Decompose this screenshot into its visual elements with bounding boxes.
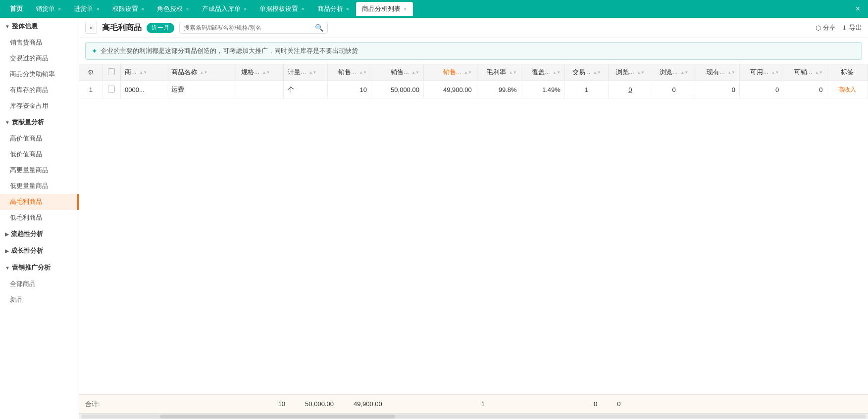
scroll-thumb[interactable] [160,415,396,419]
close-icon[interactable]: × [141,6,144,12]
content-area: « 高毛利商品 近一月 🔍 ⬡ 分享 ⬇ 导出 ✦ 企业的主要的利润都是这部 [79,18,868,419]
col-header-stock3[interactable]: 可销... ▲▼ [783,64,827,81]
tab-analysis[interactable]: 商品分析 × [311,2,355,16]
row-spec [237,81,284,98]
table-row: 1 0000... 运费 个 10 50,000.00 49,900.00 99… [79,81,868,98]
content-header: « 高毛利商品 近一月 🔍 ⬡ 分享 ⬇ 导出 [79,18,868,38]
sidebar-group-overall[interactable]: ▼ 整体信息 [0,18,79,35]
close-all-button[interactable]: × [852,4,864,13]
tab-purchase[interactable]: 进货单 × [68,2,105,16]
footer-stock1: 0 [594,400,597,408]
sidebar-item-category-rate[interactable]: 商品分类助销率 [0,66,79,82]
col-header-gross-rate[interactable]: 毛利率 ▲▼ [476,64,521,81]
col-header-tag[interactable]: 标签 [827,64,868,81]
close-icon[interactable]: × [96,6,99,12]
footer-sales-amt: 50,000.00 [305,400,334,408]
sort-icon[interactable]: ▲▼ [200,71,208,75]
sidebar-item-new-goods[interactable]: 新品 [0,292,79,308]
horizontal-scrollbar[interactable] [79,413,868,419]
table-header-row: ⚙ 商... ▲▼ 商品名称 ▲▼ [79,64,868,81]
col-header-sales-amt[interactable]: 销售... ▲▼ [371,64,424,81]
sort-icon[interactable]: ▲▼ [464,71,472,75]
sidebar-item-all-goods[interactable]: 全部商品 [0,276,79,292]
tab-home[interactable]: 首页 [4,2,29,16]
col-header-name[interactable]: 商品名称 ▲▼ [167,64,237,81]
sidebar-item-low-freq[interactable]: 低更量量商品 [0,178,79,194]
col-header-unit[interactable]: 计量... ▲▼ [284,64,327,81]
row-sales-qty: 10 [327,81,371,98]
sidebar-item-high-freq[interactable]: 高更量量商品 [0,162,79,178]
col-header-view2[interactable]: 浏览... ▲▼ [652,64,696,81]
view1-link[interactable]: 0 [628,86,632,93]
select-all-checkbox[interactable] [108,68,115,75]
close-icon[interactable]: × [58,6,61,12]
filter-month-button[interactable]: 近一月 [147,23,174,33]
sidebar-item-high-margin[interactable]: 高毛利商品 [0,194,79,210]
row-code: 0000... [121,81,167,98]
sidebar-item-high-value[interactable]: 高价值商品 [0,131,79,146]
chevron-down-icon: ▼ [5,24,10,29]
close-icon[interactable]: × [404,6,407,12]
col-header-sales-cost[interactable]: 销售... ▲▼ [423,64,476,81]
close-icon[interactable]: × [301,6,304,12]
sort-icon[interactable]: ▲▼ [553,71,561,75]
sort-icon[interactable]: ▲▼ [262,71,270,75]
tab-role[interactable]: 角色授权 × [151,2,195,16]
sort-icon[interactable]: ▲▼ [509,71,517,75]
tab-template[interactable]: 单据模板设置 × [254,2,310,16]
sort-icon[interactable]: ▲▼ [637,71,645,75]
search-icon[interactable]: 🔍 [315,24,323,32]
sort-icon[interactable]: ▲▼ [411,71,419,75]
export-button[interactable]: ⬇ 导出 [842,23,862,32]
tab-analysis-list[interactable]: 商品分析列表 × [356,2,412,16]
sidebar-group-trend[interactable]: ▶ 流趋性分析 [0,226,79,242]
search-input[interactable] [184,24,315,31]
info-banner: ✦ 企业的主要的利润都是这部分商品创造的，可考虑加大推广，同时关注库存是不要出现… [85,42,862,60]
sidebar-item-stocked-goods[interactable]: 有库存的商品 [0,82,79,98]
sort-icon[interactable]: ▲▼ [815,71,823,75]
sidebar-item-low-margin[interactable]: 低毛利商品 [0,210,79,226]
close-icon[interactable]: × [186,6,189,12]
col-header-spec[interactable]: 规格... ▲▼ [237,64,284,81]
top-navigation: 首页 销货单 × 进货单 × 权限设置 × 角色授权 × 产成品入库单 × 单据… [0,0,868,18]
row-cover-rate: 1.49% [521,81,564,98]
sort-icon[interactable]: ▲▼ [309,71,317,75]
col-header-stock1[interactable]: 现有... ▲▼ [696,64,739,81]
export-icon: ⬇ [842,24,847,32]
chevron-down-icon: ▼ [5,120,10,125]
sidebar-group-marketing[interactable]: ▼ 营销推广分析 [0,259,79,276]
tab-sales[interactable]: 销货单 × [30,2,67,16]
close-icon[interactable]: × [244,6,247,12]
share-button[interactable]: ⬡ 分享 [816,23,836,32]
chevron-down-icon: ▼ [5,265,10,271]
tab-product-entry[interactable]: 产成品入库单 × [196,2,253,16]
close-icon[interactable]: × [346,6,349,12]
sort-icon[interactable]: ▲▼ [680,71,688,75]
col-header-sales-qty[interactable]: 销售... ▲▼ [327,64,371,81]
col-header-view1[interactable]: 浏览... ▲▼ [609,64,652,81]
chevron-right-icon: ▶ [5,232,9,237]
sidebar-group-growth[interactable]: ▶ 成长性分析 [0,242,79,259]
settings-icon[interactable]: ⚙ [88,68,94,76]
col-header-cover-rate[interactable]: 覆盖... ▲▼ [521,64,564,81]
sidebar-item-low-value[interactable]: 低价值商品 [0,146,79,162]
col-header-stock2[interactable]: 可用... ▲▼ [740,64,783,81]
sidebar-item-sales-goods[interactable]: 销售货商品 [0,35,79,50]
col-header-code[interactable]: 商... ▲▼ [121,64,167,81]
sidebar-group-wealth[interactable]: ▼ 贡献量分析 [0,114,79,131]
tab-permission[interactable]: 权限设置 × [106,2,150,16]
col-header-trade[interactable]: 交易... ▲▼ [564,64,608,81]
row-checkbox[interactable] [108,86,115,93]
row-stock3: 0 [783,81,827,98]
sort-icon[interactable]: ▲▼ [771,71,779,75]
sort-icon[interactable]: ▲▼ [593,71,601,75]
tag-badge: 高收入 [838,86,856,93]
footer-stock2: 0 [617,400,620,408]
sidebar-item-stock-ratio[interactable]: 库存资金占用 [0,98,79,114]
sidebar-item-traded-goods[interactable]: 交易过的商品 [0,50,79,66]
sort-icon[interactable]: ▲▼ [139,71,147,75]
sort-icon[interactable]: ▲▼ [359,71,367,75]
sort-icon[interactable]: ▲▼ [727,71,735,75]
row-view1[interactable]: 0 [609,81,652,98]
collapse-sidebar-button[interactable]: « [85,22,97,34]
